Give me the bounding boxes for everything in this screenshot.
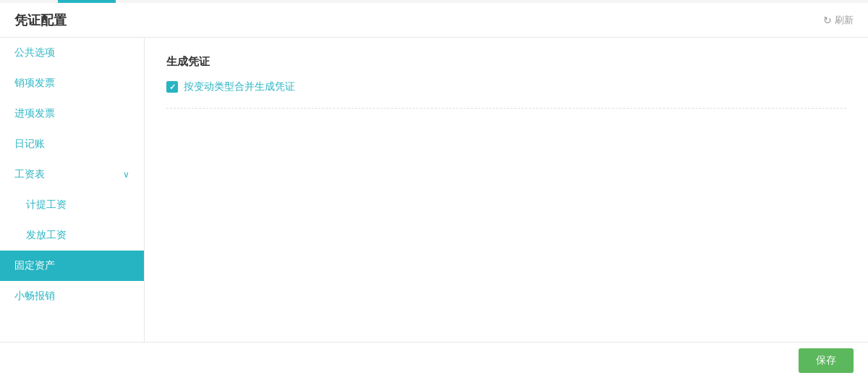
section-title: 生成凭证 [166,55,846,69]
chevron-down-icon: ∨ [123,169,129,180]
sidebar-item-label: 计提工资 [26,198,67,211]
section-divider [166,108,846,109]
refresh-button[interactable]: ↻ 刷新 [823,14,854,27]
sidebar-item-sales-invoice[interactable]: 销项发票 [0,68,144,98]
sidebar-item-label: 日记账 [14,138,45,151]
sidebar-item-journal[interactable]: 日记账 [0,129,144,159]
merge-checkbox[interactable] [166,81,178,93]
sidebar-item-label: 固定资产 [14,259,55,272]
sidebar-item-purchase-invoice[interactable]: 进项发票 [0,98,144,129]
merge-checkbox-label[interactable]: 按变动类型合并生成凭证 [184,80,295,93]
page-header: 凭证配置 ↻ 刷新 [0,3,868,38]
page-footer: 保存 [0,342,868,378]
sidebar-item-label: 工资表 [14,168,45,181]
sidebar-item-label: 小畅报销 [14,290,55,303]
sidebar-item-label: 销项发票 [14,77,55,90]
sidebar-item-public[interactable]: 公共选项 [0,38,144,68]
sidebar-item-payroll[interactable]: 工资表 ∨ [0,159,144,190]
sidebar-item-label: 公共选项 [14,46,55,59]
save-button[interactable]: 保存 [799,348,854,373]
refresh-label: 刷新 [835,14,854,27]
content-area: 生成凭证 按变动类型合并生成凭证 [145,38,868,342]
refresh-icon: ↻ [823,14,832,26]
main-area: 公共选项 销项发票 进项发票 日记账 工资表 ∨ 计提工资 发放工资 固定资产 … [0,38,868,342]
top-indicator [0,0,868,3]
sidebar-item-pay-payroll[interactable]: 发放工资 [0,220,144,251]
sidebar-item-expense[interactable]: 小畅报销 [0,281,144,311]
sidebar-item-fixed-assets[interactable]: 固定资产 [0,251,144,281]
page-title: 凭证配置 [14,12,67,29]
sidebar: 公共选项 销项发票 进项发票 日记账 工资表 ∨ 计提工资 发放工资 固定资产 … [0,38,145,342]
sidebar-item-calc-payroll[interactable]: 计提工资 [0,190,144,220]
sidebar-item-label: 进项发票 [14,107,55,120]
checkbox-row: 按变动类型合并生成凭证 [166,80,846,93]
sidebar-item-label: 发放工资 [26,229,67,242]
